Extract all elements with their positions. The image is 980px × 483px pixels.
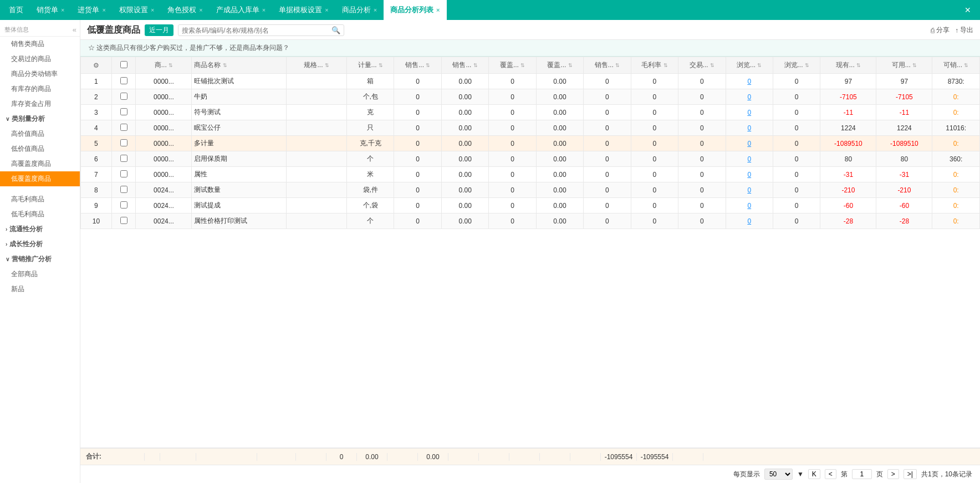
col-header-code[interactable]: 商... ⇅ — [136, 57, 192, 74]
cell-browse1[interactable]: 0 — [726, 74, 773, 89]
col-header-browse2[interactable]: 浏览... ⇅ — [773, 57, 820, 74]
nav-analysis-close[interactable]: × — [374, 7, 377, 13]
col-header-gross-margin[interactable]: 毛利率 ⇅ — [631, 57, 678, 74]
sidebar-item-low-value[interactable]: 低价值商品 — [0, 141, 80, 156]
col-header-cov-rate[interactable]: 覆盖... ⇅ — [536, 57, 583, 74]
page-size-select[interactable]: 50 100 200 — [764, 469, 793, 480]
col-header-cov-cust[interactable]: 覆盖... ⇅ — [489, 57, 536, 74]
cell-browse1[interactable]: 0 — [726, 182, 773, 198]
nav-purchase[interactable]: 进货单 × — [71, 0, 112, 20]
nav-roles-close[interactable]: × — [199, 7, 202, 13]
nav-home[interactable]: 首页 — [2, 0, 30, 20]
col-header-spec[interactable]: 规格... ⇅ — [287, 57, 347, 74]
cell-browse1[interactable]: 0 — [726, 151, 773, 167]
current-page-input[interactable] — [852, 469, 872, 479]
row-checkbox[interactable] — [120, 170, 127, 177]
cell-check[interactable] — [111, 136, 136, 151]
sidebar-item-high-value[interactable]: 高价值商品 — [0, 126, 80, 141]
cell-browse2: 0 — [773, 182, 820, 198]
cell-browse1[interactable]: 0 — [726, 198, 773, 213]
cell-check[interactable] — [111, 167, 136, 182]
sidebar-section-profit[interactable] — [0, 186, 80, 192]
window-close-button[interactable]: ✕ — [958, 6, 978, 14]
sort-current-icon: ⇅ — [856, 63, 861, 68]
nav-templates[interactable]: 单据模板设置 × — [272, 0, 335, 20]
cell-check[interactable] — [111, 198, 136, 213]
nav-products[interactable]: 产成品入库单 × — [210, 0, 272, 20]
cell-name: 测试提成 — [192, 198, 287, 213]
column-settings-icon[interactable]: ⚙ — [93, 62, 99, 69]
row-checkbox[interactable] — [120, 201, 127, 209]
nav-analysis-list-close[interactable]: × — [436, 7, 440, 13]
cell-browse1[interactable]: 0 — [726, 120, 773, 136]
export-button[interactable]: ↑ 导出 — [955, 26, 973, 35]
cell-browse1[interactable]: 0 — [726, 213, 773, 229]
col-header-sales-amt[interactable]: 销售... ⇅ — [441, 57, 488, 74]
row-checkbox[interactable] — [120, 93, 127, 100]
search-icon[interactable]: 🔍 — [331, 26, 340, 34]
row-checkbox[interactable] — [120, 124, 127, 131]
cell-check[interactable] — [111, 89, 136, 105]
nav-purchase-close[interactable]: × — [102, 7, 105, 13]
nav-permissions[interactable]: 权限设置 × — [113, 0, 161, 20]
nav-roles[interactable]: 角色授权 × — [161, 0, 209, 20]
sidebar-collapse-btn[interactable]: « — [73, 26, 76, 34]
nav-analysis[interactable]: 商品分析 × — [335, 0, 384, 20]
sidebar-item-sales-products[interactable]: 销售类商品 — [0, 37, 80, 52]
sidebar-section-value[interactable]: ∨ 类别量分析 — [0, 111, 80, 126]
col-header-sales-days[interactable]: 销售... ⇅ — [584, 57, 631, 74]
sidebar-item-all-products[interactable]: 全部商品 — [0, 267, 80, 282]
sidebar-item-new-products[interactable]: 新品 — [0, 282, 80, 297]
col-header-unit[interactable]: 计量... ⇅ — [347, 57, 394, 74]
col-header-name[interactable]: 商品名称 ⇅ — [192, 57, 287, 74]
next-page-button[interactable]: > — [887, 469, 899, 479]
cell-browse1[interactable]: 0 — [726, 89, 773, 105]
sidebar-item-high-profit[interactable]: 高毛利商品 — [0, 192, 80, 207]
cell-check[interactable] — [111, 213, 136, 229]
date-filter-button[interactable]: 近一月 — [145, 24, 173, 36]
sidebar-item-low-coverage[interactable]: 低覆盖度商品 — [0, 171, 80, 186]
share-button[interactable]: ⎙ 分享 — [931, 26, 950, 35]
col-header-browse1[interactable]: 浏览... ⇅ — [726, 57, 773, 74]
col-header-saleable[interactable]: 可销... ⇅ — [932, 57, 980, 74]
nav-products-close[interactable]: × — [262, 7, 266, 13]
nav-sales-close[interactable]: × — [61, 7, 64, 13]
row-checkbox[interactable] — [120, 77, 127, 84]
col-header-sales-qty[interactable]: 销售... ⇅ — [394, 57, 441, 74]
cell-check[interactable] — [111, 120, 136, 136]
select-all-checkbox[interactable] — [120, 61, 127, 68]
cell-check[interactable] — [111, 182, 136, 198]
nav-sales[interactable]: 销货单 × — [30, 0, 71, 20]
sidebar-item-sales-growth[interactable]: 商品分类动销率 — [0, 67, 80, 82]
sidebar-section-growth[interactable]: › 成长性分析 — [0, 237, 80, 252]
search-input[interactable] — [182, 27, 331, 34]
cell-browse1[interactable]: 0 — [726, 136, 773, 151]
row-checkbox[interactable] — [120, 108, 127, 115]
sidebar-item-traded-products[interactable]: 交易过的商品 — [0, 52, 80, 67]
cell-check[interactable] — [111, 105, 136, 120]
sidebar-item-stock-occupy[interactable]: 库存资金占用 — [0, 96, 80, 111]
nav-analysis-list[interactable]: 商品分析列表 × — [384, 0, 446, 20]
prev-page-button[interactable]: < — [825, 469, 836, 479]
sidebar-section-liquidity[interactable]: › 流通性分析 — [0, 222, 80, 237]
cell-browse1[interactable]: 0 — [726, 105, 773, 120]
row-checkbox[interactable] — [120, 155, 127, 162]
col-header-current-stock[interactable]: 现有... ⇅ — [820, 57, 876, 74]
col-header-avail-stock[interactable]: 可用... ⇅ — [876, 57, 932, 74]
nav-templates-close[interactable]: × — [325, 7, 328, 13]
row-checkbox[interactable] — [120, 217, 127, 224]
last-page-button[interactable]: >| — [904, 469, 917, 479]
cell-check[interactable] — [111, 74, 136, 89]
cell-check[interactable] — [111, 151, 136, 167]
nav-permissions-close[interactable]: × — [151, 7, 154, 13]
sidebar-item-low-profit[interactable]: 低毛利商品 — [0, 207, 80, 222]
sidebar-item-in-stock[interactable]: 有库存的商品 — [0, 82, 80, 96]
table-container[interactable]: ⚙ 商... ⇅ 商品名称 ⇅ — [80, 57, 980, 448]
row-checkbox[interactable] — [120, 139, 127, 146]
sidebar-section-marketing[interactable]: ∨ 营销推广分析 — [0, 252, 80, 267]
sidebar-item-high-coverage[interactable]: 高覆盖度商品 — [0, 156, 80, 171]
row-checkbox[interactable] — [120, 186, 127, 193]
cell-browse1[interactable]: 0 — [726, 167, 773, 182]
col-header-transaction[interactable]: 交易... ⇅ — [678, 57, 726, 74]
first-page-button[interactable]: K — [808, 469, 820, 479]
